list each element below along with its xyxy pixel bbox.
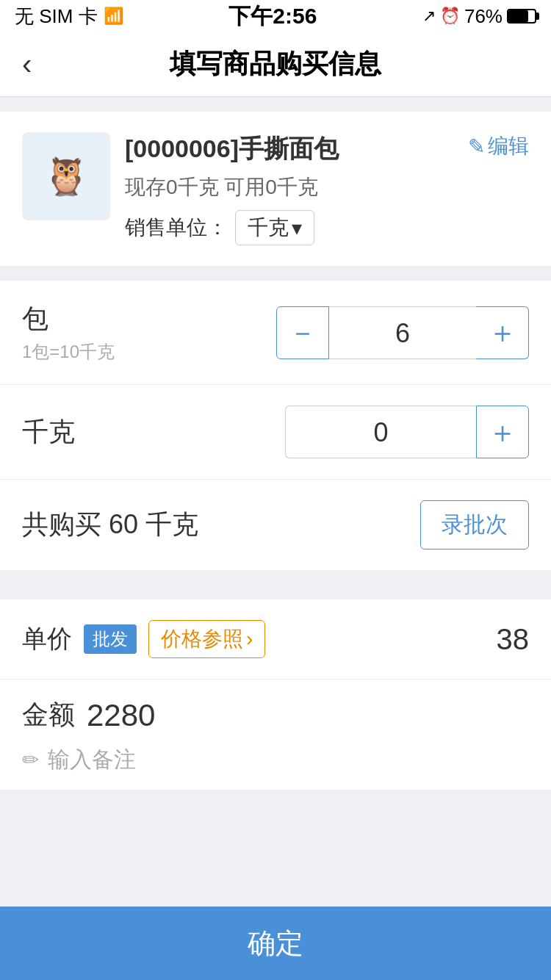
status-time: 下午2:56 [228,1,317,32]
product-unit-row: 销售单位： 千克 ▾ [125,210,529,245]
bao-decrement-button[interactable]: － [276,306,329,359]
batch-button[interactable]: 录批次 [420,500,529,550]
price-value: 38 [497,623,530,656]
wifi-icon: 📶 [104,7,123,26]
kilo-label-group: 千克 [22,414,169,450]
battery-icon [507,9,536,24]
unit-select[interactable]: 千克 ▾ [235,210,314,245]
price-ref-label: 价格参照 [161,625,243,653]
kilo-stepper: 0 ＋ [285,406,529,458]
input-section: 包 1包=10千克 － 6 ＋ 千克 0 ＋ [0,281,551,480]
summary-text: 共购买 60 千克 [22,507,198,543]
status-bar: 无 SIM 卡 📶 下午2:56 ↗ ⏰ 76% [0,0,551,32]
location-icon: ↗ [422,7,436,26]
status-right: ↗ ⏰ 76% [422,5,536,28]
back-button[interactable]: ‹ [15,40,39,88]
divider-1 [0,266,551,281]
bao-value[interactable]: 6 [329,306,476,359]
nav-bar: ‹ 填写商品购买信息 [0,32,551,97]
note-row[interactable]: ✏ 输入备注 [22,745,529,775]
bao-label-group: 包 1包=10千克 [22,301,169,364]
price-reference-button[interactable]: 价格参照 › [148,620,265,658]
product-stock: 现存0千克 可用0千克 [125,173,529,201]
amount-row: 金额 2280 [22,697,529,733]
amount-label: 金额 [22,697,75,733]
edit-button[interactable]: ✎ 编辑 [468,132,529,160]
divider-2 [0,570,551,585]
bao-sublabel: 1包=10千克 [22,340,169,364]
pencil-icon: ✏ [22,748,39,772]
price-type-tag: 批发 [84,624,137,654]
price-ref-chevron-icon: › [246,627,253,651]
confirm-button[interactable]: 确定 [248,925,303,962]
edit-label: 编辑 [488,132,529,160]
alarm-icon: ⏰ [440,7,460,26]
product-logo-icon: 🦉 [43,155,89,198]
unit-chevron-icon: ▾ [292,216,302,240]
price-label: 单价 [22,622,72,656]
summary-row: 共购买 60 千克 录批次 [0,480,551,570]
status-left: 无 SIM 卡 📶 [15,4,123,29]
kilo-increment-button[interactable]: ＋ [476,406,529,458]
kilo-input-row: 千克 0 ＋ [0,385,551,480]
kilo-value[interactable]: 0 [285,406,476,458]
bao-increment-button[interactable]: ＋ [476,306,529,359]
product-thumbnail: 🦉 [22,132,110,220]
sim-label: 无 SIM 卡 [15,4,98,29]
unit-value: 千克 [248,214,289,242]
page-title: 填写商品购买信息 [170,46,381,82]
amount-section: 金额 2280 ✏ 输入备注 [0,680,551,790]
price-section: 单价 批发 价格参照 › 38 [0,599,551,680]
note-placeholder: 输入备注 [48,745,136,775]
bao-stepper: － 6 ＋ [276,306,529,359]
kilo-label: 千克 [22,414,169,450]
product-card: 🦉 [0000006]手撕面包 现存0千克 可用0千克 销售单位： 千克 ▾ ✎… [0,112,551,266]
battery-percent: 76% [464,5,503,28]
edit-icon: ✎ [468,134,485,159]
unit-label: 销售单位： [125,214,228,242]
bao-input-row: 包 1包=10千克 － 6 ＋ [0,281,551,385]
price-row: 单价 批发 价格参照 › 38 [22,620,529,658]
bao-label: 包 [22,301,169,337]
confirm-bottom-bar[interactable]: 确定 [0,907,551,980]
amount-value: 2280 [87,698,155,733]
